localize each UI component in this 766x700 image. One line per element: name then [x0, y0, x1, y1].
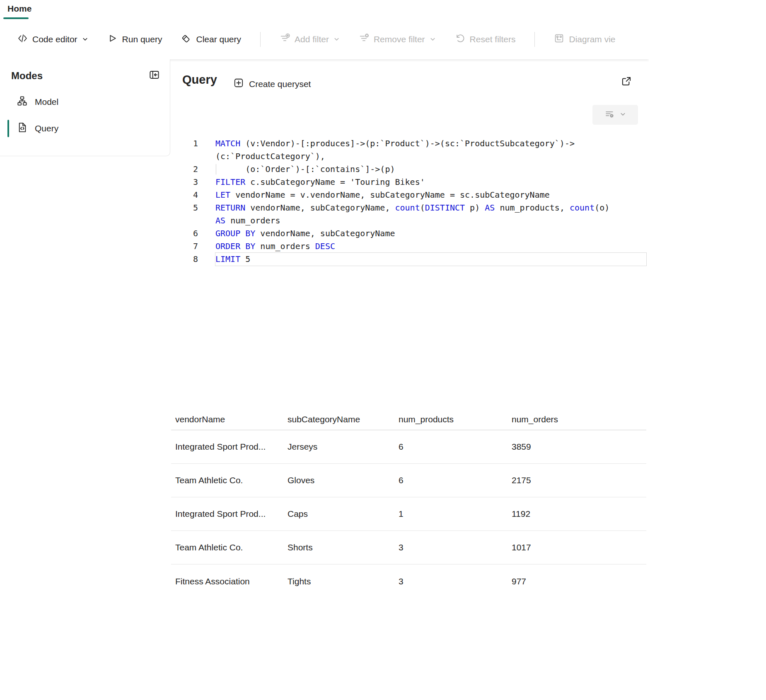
code-editor-label: Code editor: [32, 34, 77, 44]
results-table: vendorNamesubCategoryNamenum_productsnum…: [171, 409, 646, 598]
table-cell: Tights: [288, 576, 399, 586]
play-icon: [107, 33, 118, 46]
table-row[interactable]: Fitness AssociationTights3977: [171, 564, 646, 598]
line-number: 3: [171, 176, 198, 189]
code-text: (o:`Order`)-[:`contains`]->(p): [215, 163, 646, 176]
sidebar-item-query-label: Query: [35, 124, 58, 133]
line-number: [171, 150, 198, 163]
code-editor-icon: [17, 33, 28, 46]
chevron-down-icon: [430, 34, 436, 44]
table-cell: Caps: [288, 509, 399, 519]
table-cell: Shorts: [288, 543, 399, 552]
reset-filters-button: Reset filters: [455, 33, 516, 46]
table-cell: 1017: [512, 543, 646, 552]
line-number: 8: [171, 253, 198, 266]
reset-filters-label: Reset filters: [470, 34, 516, 44]
table-cell: 3859: [512, 442, 646, 452]
code-text: AS num_orders: [215, 214, 646, 227]
sidebar-item-query[interactable]: Query: [0, 115, 170, 142]
column-header: num_orders: [512, 414, 646, 424]
diagram-view-button: Diagram vie: [554, 33, 615, 46]
table-cell: Jerseys: [288, 442, 399, 452]
table-cell: 1: [399, 509, 512, 519]
code-line: 3FILTER c.subCategoryName = 'Touring Bik…: [171, 176, 646, 189]
results-table-header: vendorNamesubCategoryNamenum_productsnum…: [171, 409, 646, 430]
collapse-panel-button[interactable]: [149, 69, 160, 82]
table-cell: 3: [399, 543, 512, 552]
modes-title: Modes: [11, 70, 43, 82]
code-line: 8LIMIT 5: [171, 253, 646, 266]
remove-filter-button: Remove filter: [359, 33, 436, 46]
add-filter-button: Add filter: [280, 33, 340, 46]
line-number: 7: [171, 240, 198, 253]
clear-query-button[interactable]: Clear query: [181, 33, 241, 46]
table-cell: Fitness Association: [175, 576, 288, 586]
add-square-icon: [233, 78, 244, 90]
chevron-down-icon: [333, 34, 340, 44]
reset-icon: [455, 33, 465, 46]
remove-filter-label: Remove filter: [374, 34, 425, 44]
table-row[interactable]: Integrated Sport Prod...Jerseys63859: [171, 430, 646, 464]
table-cell: Integrated Sport Prod...: [175, 509, 288, 519]
code-text: (c:`ProductCategory`),: [215, 150, 646, 163]
clear-query-label: Clear query: [196, 34, 241, 44]
filter-add-icon: [280, 33, 290, 46]
page-title: Query: [182, 73, 217, 87]
open-in-new-icon: [621, 81, 632, 88]
query-settings-button[interactable]: [592, 105, 638, 125]
create-queryset-label: Create queryset: [249, 79, 311, 89]
column-header: num_products: [399, 414, 512, 424]
diagram-view-label: Diagram vie: [569, 34, 615, 44]
query-icon: [17, 122, 28, 135]
table-cell: Team Athletic Co.: [175, 543, 288, 552]
tab-home[interactable]: Home: [7, 4, 31, 14]
chevron-down-icon: [82, 34, 88, 44]
code-line: 6GROUP BY vendorName, subCategoryName: [171, 227, 646, 240]
column-header: vendorName: [175, 414, 288, 424]
modes-panel: Modes Model Query: [0, 59, 170, 156]
diagram-view-icon: [554, 33, 564, 46]
sidebar-item-model-label: Model: [35, 97, 58, 107]
line-number: 5: [171, 201, 198, 214]
line-number: 1: [171, 137, 198, 150]
table-cell: 1192: [512, 509, 646, 519]
line-number: 4: [171, 189, 198, 201]
code-editor-button[interactable]: Code editor: [17, 33, 88, 46]
code-line: 4LET vendorName = v.vendorName, subCateg…: [171, 189, 646, 201]
code-text: ORDER BY num_orders DESC: [215, 240, 646, 253]
table-cell: 2175: [512, 475, 646, 485]
create-queryset-button[interactable]: Create queryset: [233, 78, 311, 90]
table-row[interactable]: Team Athletic Co.Gloves62175: [171, 464, 646, 497]
model-icon: [17, 95, 28, 109]
table-row[interactable]: Team Athletic Co.Shorts31017: [171, 531, 646, 564]
eraser-icon: [181, 33, 191, 46]
code-line: 1MATCH (v:Vendor)-[:produces]->(p:`Produ…: [171, 137, 646, 150]
column-header: subCategoryName: [288, 414, 399, 424]
line-number: 2: [171, 163, 198, 176]
run-query-label: Run query: [122, 34, 162, 44]
table-cell: Integrated Sport Prod...: [175, 442, 288, 452]
panel-collapse-left-icon: [149, 69, 160, 82]
table-cell: Team Athletic Co.: [175, 475, 288, 485]
toolbar-divider: [534, 32, 535, 47]
code-text: LIMIT 5: [215, 253, 646, 266]
code-line: 5RETURN vendorName, subCategoryName, cou…: [171, 201, 646, 214]
table-cell: 3: [399, 576, 512, 586]
code-text: LET vendorName = v.vendorName, subCatego…: [215, 189, 646, 201]
line-number: [171, 214, 198, 227]
sidebar-item-model[interactable]: Model: [0, 89, 170, 115]
code-editor-lines: 1MATCH (v:Vendor)-[:produces]->(p:`Produ…: [171, 137, 646, 266]
app-window: Home Code editor Run query Clear query: [0, 0, 649, 700]
run-query-button[interactable]: Run query: [107, 33, 162, 46]
code-line: 2 (o:`Order`)-[:`contains`]->(p): [171, 163, 646, 176]
export-button[interactable]: [621, 75, 632, 89]
code-text: MATCH (v:Vendor)-[:produces]->(p:`Produc…: [215, 137, 646, 150]
code-editor[interactable]: 1MATCH (v:Vendor)-[:produces]->(p:`Produ…: [171, 137, 646, 266]
code-text: FILTER c.subCategoryName = 'Touring Bike…: [215, 176, 646, 189]
table-row[interactable]: Integrated Sport Prod...Caps11192: [171, 497, 646, 531]
chevron-down-icon: [620, 111, 626, 119]
code-line: AS num_orders: [171, 214, 646, 227]
results-table-body: Integrated Sport Prod...Jerseys63859Team…: [171, 430, 646, 598]
filter-settings-icon: [604, 109, 615, 121]
add-filter-label: Add filter: [295, 34, 329, 44]
